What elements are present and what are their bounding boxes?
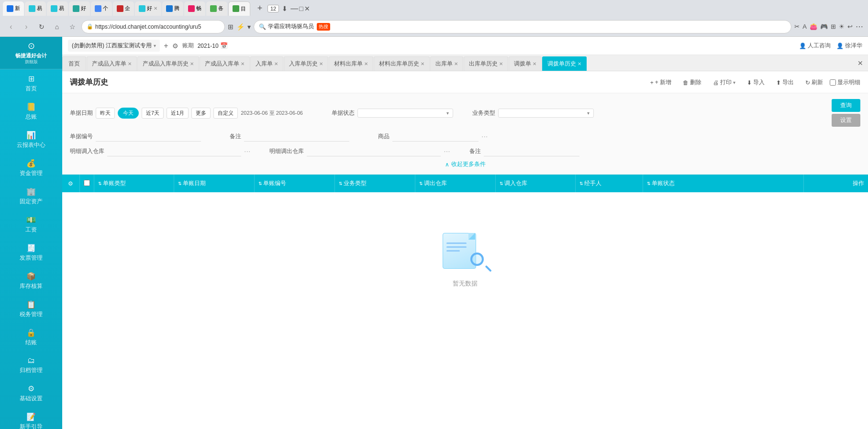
export-button[interactable]: ⬆ 导出 (771, 76, 799, 89)
tab-inbound-history[interactable]: 入库单历史 ✕ (284, 56, 328, 71)
home-button[interactable]: ⌂ (51, 21, 63, 33)
detail-out-input[interactable] (307, 146, 441, 156)
sidebar-item-tax[interactable]: 📋 税务管理 (0, 295, 62, 323)
game-icon[interactable]: 🎮 (820, 23, 828, 30)
sidebar-item-home[interactable]: ⊞ 首页 (0, 69, 62, 98)
wallet-icon[interactable]: 👛 (810, 23, 817, 30)
col-business-type[interactable]: ⇅ 业务类型 (334, 175, 415, 192)
sidebar-item-stock[interactable]: 📦 库存核算 (0, 267, 62, 295)
col-transfer-in[interactable]: ⇅ 调入仓库 (495, 175, 576, 192)
tab-close-icon[interactable]: ✕ (499, 61, 503, 66)
bookmark-button[interactable]: ☆ (66, 21, 78, 33)
download-icon[interactable]: ⬇ (282, 5, 288, 12)
browser-tab[interactable]: 企 (113, 1, 134, 16)
date-more-btn[interactable]: 更多 (191, 108, 211, 119)
new-tab-button[interactable]: + (253, 2, 267, 15)
browser-tab[interactable]: 腾 (162, 1, 183, 16)
select-all-checkbox[interactable] (84, 180, 90, 186)
col-gear[interactable]: ⚙ (62, 175, 79, 192)
date-yesterday-btn[interactable]: 昨天 (96, 108, 115, 119)
tab-close-icon[interactable]: ✕ (128, 61, 132, 66)
date-today-btn[interactable]: 今天 (118, 108, 139, 119)
address-input[interactable]: 🔒 https://cloud.chanjet.com/accounting/u… (81, 20, 225, 33)
browser-tab[interactable]: 新 (3, 1, 24, 16)
sidebar-item-settings[interactable]: ⚙ 基础设置 (0, 379, 62, 407)
collapse-filters-button[interactable]: ∧ 收起更多条件 (70, 160, 860, 168)
sidebar-item-guide[interactable]: 📝 新手引导 (0, 407, 62, 429)
tab-stock-in-history[interactable]: 产成品入库单历史 ✕ (137, 56, 199, 71)
tab-close-icon[interactable]: ✕ (454, 61, 458, 66)
note-input[interactable] (244, 132, 349, 142)
col-doc-status[interactable]: ⇅ 单账状态 (643, 175, 804, 192)
sidebar-item-close-accounts[interactable]: 🔒 结账 (0, 323, 62, 352)
refresh-button[interactable]: ↻ 刷新 (801, 76, 828, 89)
service-button[interactable]: 👤 人工咨询 (799, 42, 831, 50)
menu-button[interactable]: ⋯ (856, 22, 863, 31)
sidebar-item-payroll[interactable]: 💵 工资 (0, 210, 62, 239)
tab-transfer[interactable]: 调拨单 ✕ (509, 56, 542, 71)
tab-close-icon[interactable]: ✕ (274, 61, 278, 66)
add-company-button[interactable]: + (164, 42, 168, 50)
tab-close-icon[interactable]: ✕ (421, 61, 424, 66)
tab-close-icon[interactable]: ✕ (578, 61, 581, 66)
settings-button[interactable]: 设置 (832, 114, 860, 127)
query-button[interactable]: 查询 (832, 99, 860, 112)
browser-tab[interactable]: 易 (25, 1, 46, 16)
browser-tab[interactable]: 个 (91, 1, 112, 16)
tab-close-icon[interactable]: ✕ (364, 61, 368, 66)
company-selector[interactable]: (勿删勿禁用) 江西服宝测试专用 ▾ (68, 40, 160, 52)
tab-outbound-history[interactable]: 出库单历史 ✕ (464, 56, 508, 71)
col-transfer-out[interactable]: ⇅ 调出仓库 (415, 175, 495, 192)
detail-in-input[interactable] (107, 146, 241, 156)
business-type-select[interactable]: ▾ (498, 109, 594, 118)
sidebar-item-assets[interactable]: 🏢 固定资产 (0, 182, 62, 210)
tab-close-icon[interactable]: ✕ (154, 6, 157, 11)
forward-button[interactable]: › (20, 21, 33, 33)
tab-home[interactable]: 首页 (62, 56, 86, 71)
browser-tab[interactable]: 好 ✕ (135, 1, 161, 16)
browser-tab[interactable]: 好 (69, 1, 90, 16)
browser-tab[interactable]: 易 (47, 1, 68, 16)
theme-icon[interactable]: ☀ (839, 23, 845, 30)
new-button[interactable]: + + 新增 (645, 76, 676, 89)
lightning-button[interactable]: ⚡ (236, 23, 245, 31)
date-custom-btn[interactable]: 自定义 (213, 108, 238, 119)
period-value[interactable]: 2021-10 📅 (198, 42, 228, 49)
grid-icon[interactable]: ⊞ (831, 23, 836, 30)
date-1month-btn[interactable]: 近1月 (167, 108, 189, 119)
settings-gear-button[interactable]: ⚙ (172, 42, 178, 50)
goods-picker-icon[interactable]: ··· (481, 132, 488, 141)
print-button[interactable]: 🖨 打印 ▾ (708, 76, 740, 89)
goods-input[interactable] (392, 132, 479, 142)
back-button[interactable]: ‹ (5, 21, 17, 33)
scissors-icon[interactable]: ✂ (794, 23, 800, 30)
reload-button[interactable]: ↻ (35, 21, 48, 33)
browser-tab[interactable]: 各 (206, 1, 227, 16)
tab-transfer-history[interactable]: 调拨单历史 ✕ (542, 56, 587, 71)
sidebar-item-report[interactable]: 📊 云报表中心 (0, 126, 62, 154)
note2-input[interactable] (484, 146, 579, 156)
browser-tab[interactable]: 畅 (184, 1, 205, 16)
close-button[interactable]: ✕ (304, 5, 310, 12)
doc-number-input[interactable] (96, 132, 201, 142)
translate-icon[interactable]: A (802, 23, 807, 30)
tab-close-icon[interactable]: ✕ (190, 61, 194, 66)
col-handler[interactable]: ⇅ 经手人 (576, 175, 643, 192)
display-detail-checkbox[interactable] (830, 79, 836, 86)
sidebar-item-ledger[interactable]: 📒 总账 (0, 98, 62, 126)
tab-close-icon[interactable]: ✕ (241, 61, 245, 66)
sidebar-item-invoice[interactable]: 🧾 发票管理 (0, 239, 62, 267)
status-select[interactable]: ▾ (357, 109, 453, 118)
import-button[interactable]: ⬇ 导入 (742, 76, 769, 89)
col-doc-type[interactable]: ⇅ 单账类型 (94, 175, 174, 192)
extensions-button[interactable]: ⊞ (228, 23, 234, 31)
detail-out-picker-icon[interactable]: ··· (444, 147, 450, 156)
history-icon[interactable]: ↩ (847, 23, 853, 30)
detail-in-picker-icon[interactable]: ··· (244, 147, 250, 156)
search-input[interactable]: 🔍 学霸应聘场驱鸟员 热搜 (254, 20, 791, 33)
tab-close-icon[interactable]: ✕ (533, 61, 536, 66)
date-7days-btn[interactable]: 近7天 (142, 108, 164, 119)
tab-stock-in2[interactable]: 产成品入库单 ✕ (200, 56, 250, 71)
tab-inbound[interactable]: 入库单 ✕ (250, 56, 283, 71)
display-detail-checkbox-label[interactable]: 显示明细 (830, 78, 860, 87)
